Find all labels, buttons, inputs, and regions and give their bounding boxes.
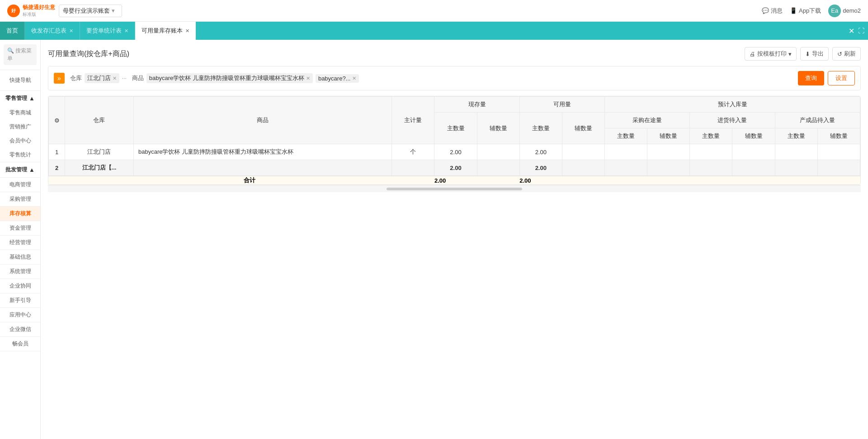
sidebar-group-inventory: 库存核算 — [0, 207, 40, 221]
footer-finished-main — [775, 176, 817, 184]
cell-no: 2 — [49, 160, 65, 176]
sidebar-item-marketing[interactable]: 营销推广 — [0, 120, 40, 134]
sidebar-item-purchase[interactable]: 采购管理 — [0, 192, 40, 206]
tab-available-stock-close[interactable]: ✕ — [185, 28, 189, 34]
footer-settings — [49, 176, 65, 184]
cell-avail-aux — [562, 144, 604, 160]
sidebar-group-system: 系统管理 — [0, 264, 40, 279]
sidebar: 🔍 搜索菜单 快捷导航 零售管理 ▲ 零售商城 营销推广 会员中心 零售统计 批… — [0, 40, 41, 439]
sidebar-item-basic[interactable]: 基础信息 — [0, 250, 40, 264]
download-icon: 📱 — [790, 7, 797, 14]
template-print-btn[interactable]: 🖨 按模板打印 ▾ — [745, 47, 797, 61]
tab-income-expense-close[interactable]: ✕ — [69, 28, 73, 34]
logo-icon: 好 — [7, 5, 20, 17]
chevron-down-icon: ▾ — [788, 51, 792, 57]
cell-stock-aux-sub — [477, 160, 519, 176]
tab-available-stock-label: 可用量库存账本 — [142, 27, 183, 35]
sidebar-item-retail-stats[interactable]: 零售统计 — [0, 148, 40, 162]
cell-warehouse-sub: 江北门店【... — [65, 160, 134, 176]
cell-purchase-aux — [647, 144, 690, 160]
wholesale-expand-icon: ▲ — [29, 166, 35, 173]
sidebar-item-system[interactable]: 系统管理 — [0, 264, 40, 279]
avatar: Ea — [828, 5, 841, 17]
th-settings: ⚙ — [49, 97, 65, 144]
cell-unit: 个 — [392, 144, 434, 160]
sidebar-group-wechat: 企业微信 — [0, 322, 40, 337]
footer-stock-aux — [477, 176, 519, 184]
page-title: 可用量查询(按仓库+商品) — [48, 49, 129, 59]
settings-icon[interactable]: ⚙ — [54, 117, 60, 124]
cell-stock-aux — [477, 144, 519, 160]
query-btn[interactable]: 查询 — [798, 71, 824, 85]
sidebar-item-quick-nav[interactable]: 快捷导航 — [0, 73, 40, 88]
sidebar-item-member[interactable]: 会员中心 — [0, 134, 40, 148]
cell-purchase-main-sub — [605, 160, 647, 176]
export-btn[interactable]: ⬇ 导出 — [800, 47, 829, 61]
main-layout: 🔍 搜索菜单 快捷导航 零售管理 ▲ 零售商城 营销推广 会员中心 零售统计 批… — [0, 40, 868, 439]
search-menu-btn[interactable]: 🔍 搜索菜单 — [4, 44, 37, 65]
cell-incoming-main-sub — [690, 160, 732, 176]
filter-expand-btn[interactable]: » — [54, 73, 65, 84]
sidebar-group-operations: 经营管理 — [0, 236, 40, 250]
sidebar-item-ecommerce[interactable]: 电商管理 — [0, 178, 40, 192]
tab-close-all[interactable]: ✕ — [849, 27, 854, 35]
setting-btn[interactable]: 设置 — [828, 71, 855, 85]
sidebar-group-app-center: 应用中心 — [0, 308, 40, 322]
warehouse-more-btn[interactable]: ··· — [122, 75, 127, 81]
print-icon: 🖨 — [750, 51, 755, 57]
cell-avail-main-sub: 2.00 — [519, 160, 562, 176]
tab-income-expense-label: 收发存汇总表 — [31, 27, 66, 35]
cell-incoming-aux — [732, 144, 775, 160]
industry-selector[interactable]: 母婴行业演示账套 ▾ — [59, 5, 122, 17]
th-purchase-aux: 辅数量 — [647, 128, 690, 144]
sidebar-item-enterprise[interactable]: 企业协同 — [0, 279, 40, 293]
sidebar-item-newbie[interactable]: 新手引导 — [0, 293, 40, 307]
sidebar-item-inventory[interactable]: 库存核算 — [0, 207, 40, 221]
footer-stock-main: 2.00 — [434, 176, 477, 184]
tab-expand[interactable]: ⛶ — [858, 27, 864, 34]
sidebar-group-ecommerce: 电商管理 — [0, 178, 40, 192]
th-incoming-aux: 辅数量 — [732, 128, 775, 144]
cell-product: babycare学饮杯 儿童防摔防撞吸管杯重力球吸嘴杯宝宝水杯 — [133, 144, 392, 160]
sidebar-item-finance[interactable]: 资金管理 — [0, 221, 40, 235]
th-finished-aux: 辅数量 — [817, 128, 860, 144]
sidebar-group-retail-title[interactable]: 零售管理 ▲ — [0, 91, 40, 106]
user-menu[interactable]: Ea demo2 — [828, 5, 861, 17]
top-bar: 好 畅捷通好生意 标准版 母婴行业演示账套 ▾ 💬 消息 📱 App下载 Ea … — [0, 0, 868, 22]
horizontal-scrollbar[interactable] — [387, 188, 522, 190]
cell-incoming-aux-sub — [732, 160, 775, 176]
sidebar-item-app-center[interactable]: 应用中心 — [0, 308, 40, 322]
footer-incoming-main — [690, 176, 732, 184]
th-unit: 主计量 — [392, 97, 434, 144]
sidebar-item-retail-mall[interactable]: 零售商城 — [0, 106, 40, 120]
page-container: 可用量查询(按仓库+商品) 🖨 按模板打印 ▾ ⬇ 导出 ↺ 刷新 — [41, 40, 868, 439]
warehouse-tag: 江北门店 ✕ — [85, 73, 119, 83]
refresh-btn[interactable]: ↺ 刷新 — [832, 47, 861, 61]
tab-available-stock[interactable]: 可用量库存账本 ✕ — [135, 22, 196, 40]
sidebar-group-finance: 资金管理 — [0, 221, 40, 236]
page-actions: 🖨 按模板打印 ▾ ⬇ 导出 ↺ 刷新 — [745, 47, 861, 61]
cell-stock-main: 2.00 — [434, 144, 477, 160]
product-tag2-close[interactable]: ✕ — [352, 76, 356, 81]
cell-finished-aux — [817, 144, 860, 160]
sidebar-item-member2[interactable]: 畅会员 — [0, 337, 40, 351]
tab-home[interactable]: 首页 — [0, 22, 25, 40]
tab-order-stats[interactable]: 要货单统计表 ✕ — [80, 22, 135, 40]
sidebar-item-operations[interactable]: 经营管理 — [0, 236, 40, 250]
th-stock-aux: 辅数量 — [477, 113, 519, 144]
product-tag-close[interactable]: ✕ — [306, 76, 310, 81]
product-tag2: babycare?... ✕ — [316, 74, 359, 83]
warehouse-tag-close[interactable]: ✕ — [113, 76, 117, 81]
app-download-btn[interactable]: 📱 App下载 — [790, 7, 821, 15]
tab-home-label: 首页 — [6, 27, 18, 35]
message-btn[interactable]: 💬 消息 — [762, 7, 783, 15]
cell-finished-aux-sub — [817, 160, 860, 176]
th-stock-main: 主数量 — [434, 113, 477, 144]
sidebar-item-wechat[interactable]: 企业微信 — [0, 322, 40, 336]
refresh-icon: ↺ — [837, 51, 842, 57]
cell-incoming-main — [690, 144, 732, 160]
tab-income-expense[interactable]: 收发存汇总表 ✕ — [25, 22, 80, 40]
sidebar-group-wholesale-title[interactable]: 批发管理 ▲ — [0, 162, 40, 177]
tab-order-stats-close[interactable]: ✕ — [124, 28, 128, 34]
sidebar-group-enterprise: 企业协同 — [0, 279, 40, 293]
